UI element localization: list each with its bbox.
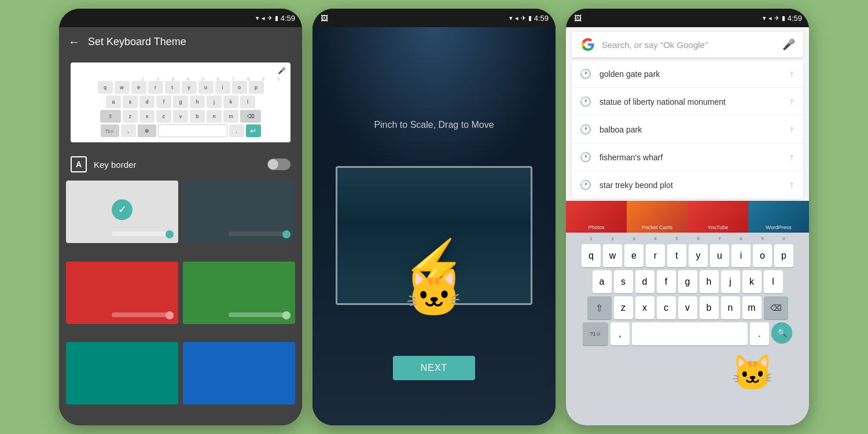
key-k[interactable]: k bbox=[742, 270, 762, 293]
key-h[interactable]: h bbox=[700, 270, 719, 293]
key-x[interactable]: x bbox=[635, 296, 654, 319]
kbd-row-4: ?1☺ , ⊕ . ↵ bbox=[73, 124, 288, 137]
key-d[interactable]: d bbox=[635, 270, 654, 293]
kb-row-2: a s d f g h j k l bbox=[568, 270, 807, 293]
suggestion-text-3: balboa park bbox=[599, 125, 780, 134]
theme-dot-light bbox=[165, 230, 174, 238]
symbols-key[interactable]: ?1☺ bbox=[583, 322, 608, 345]
comma-key[interactable]: , bbox=[610, 322, 630, 345]
theme-card-dark[interactable] bbox=[183, 181, 295, 243]
suggestion-item-3[interactable]: 🕐 balboa park ↗ bbox=[572, 116, 803, 144]
theme-bar-dark bbox=[229, 231, 290, 236]
key-p[interactable]: p bbox=[774, 244, 793, 267]
keyboard-preview: 🎤 1 2 3 4 5 6 7 8 9 0 q w e r bbox=[71, 62, 290, 142]
arrow-icon-3: ↗ bbox=[786, 124, 797, 135]
thumbnails-strip: Photos Pocket Casts YouTube WordPress bbox=[566, 201, 809, 233]
airplane-icon-3: ✈ bbox=[774, 14, 779, 22]
period-key[interactable]: . bbox=[750, 322, 769, 345]
signal-icon-3: ◂ bbox=[768, 14, 772, 22]
key-j[interactable]: j bbox=[721, 270, 740, 293]
pikachu-keyboard-overlay: 🐱 bbox=[731, 352, 774, 393]
key-o[interactable]: o bbox=[753, 244, 772, 267]
suggestion-item-5[interactable]: 🕐 star treky beond plot ↗ bbox=[572, 171, 803, 198]
wifi-icon-3: ▾ bbox=[763, 14, 766, 22]
key-g[interactable]: g bbox=[678, 270, 697, 293]
thumb-pocketcasts[interactable]: Pocket Casts bbox=[627, 201, 687, 233]
key-q[interactable]: q bbox=[582, 244, 601, 267]
phone-2: 🖼 ▾ ◂ ✈ ▮ 4:59 Pinch to Scale, Drag to M… bbox=[312, 9, 556, 425]
key-n[interactable]: n bbox=[721, 296, 740, 319]
search-input[interactable]: Search, or say "Ok Google" bbox=[602, 40, 777, 50]
suggestion-item-2[interactable]: 🕐 statue of liberty national monument ↗ bbox=[572, 88, 803, 116]
clock-icon-2: 🕐 bbox=[580, 96, 591, 107]
theme-card-blue[interactable] bbox=[183, 342, 295, 404]
suggestion-text-2: statue of liberty national monument bbox=[599, 97, 780, 106]
kbd-row-3: ⇧ z x c v b n m ⌫ bbox=[73, 110, 288, 123]
arrow-icon-5: ↗ bbox=[786, 179, 797, 191]
clock-icon-3: 🕐 bbox=[580, 124, 591, 135]
status-time-3: 4:59 bbox=[788, 14, 802, 23]
thumb-label-3: YouTube bbox=[708, 225, 728, 230]
key-c[interactable]: c bbox=[657, 296, 676, 319]
signal-icon-2: ◂ bbox=[515, 14, 518, 22]
key-z[interactable]: z bbox=[614, 296, 633, 319]
airplane-icon-2: ✈ bbox=[521, 14, 526, 22]
battery-icon-3: ▮ bbox=[782, 14, 785, 22]
key-r[interactable]: r bbox=[646, 244, 665, 267]
key-border-label: Key border bbox=[94, 160, 260, 170]
key-s[interactable]: s bbox=[614, 270, 633, 293]
key-w[interactable]: w bbox=[603, 244, 622, 267]
key-a[interactable]: a bbox=[593, 270, 612, 293]
pokemon-frame: ⚡ bbox=[336, 166, 532, 305]
key-i[interactable]: i bbox=[731, 244, 751, 267]
key-t[interactable]: t bbox=[667, 244, 686, 267]
thumb-photos[interactable]: Photos bbox=[566, 201, 627, 233]
clock-icon-1: 🕐 bbox=[580, 68, 591, 79]
key-border-toggle[interactable] bbox=[267, 159, 290, 170]
signal-icon: ◂ bbox=[262, 14, 265, 22]
next-button[interactable]: NEXT bbox=[393, 356, 476, 380]
phone-wrapper: ▾ ◂ ✈ ▮ 4:59 ← Set Keyboard Theme 🎤 1 2 … bbox=[47, 3, 821, 431]
thumb-youtube[interactable]: YouTube bbox=[687, 201, 748, 233]
search-bar[interactable]: Search, or say "Ok Google" 🎤 bbox=[572, 32, 803, 58]
airplane-icon: ✈ bbox=[267, 14, 273, 22]
google-logo-svg bbox=[581, 38, 595, 52]
suggestion-item-4[interactable]: 🕐 fisherman's wharf ↗ bbox=[572, 144, 803, 171]
theme-card-light[interactable]: ✓ bbox=[66, 181, 178, 243]
theme-check-icon: ✓ bbox=[112, 199, 133, 220]
theme-card-teal[interactable] bbox=[66, 342, 178, 404]
theme-card-green[interactable] bbox=[183, 262, 295, 324]
key-e[interactable]: e bbox=[624, 244, 643, 267]
key-border-icon: A bbox=[71, 156, 87, 172]
theme-bar-light bbox=[112, 231, 174, 236]
thumb-label-1: Photos bbox=[588, 225, 604, 230]
backspace-key[interactable]: ⌫ bbox=[764, 296, 788, 319]
status-time-1: 4:59 bbox=[281, 14, 295, 23]
status-time-2: 4:59 bbox=[534, 14, 549, 23]
key-f[interactable]: f bbox=[657, 270, 676, 293]
space-key[interactable] bbox=[632, 322, 748, 345]
toggle-knob bbox=[268, 159, 278, 170]
phone3-content: Search, or say "Ok Google" 🎤 🕐 golden ga… bbox=[566, 27, 809, 425]
kb-row-1: q w e r t y u i o p bbox=[568, 244, 807, 267]
phone3-keyboard: 🐱 1 2 3 4 5 6 7 8 9 0 q w bbox=[566, 233, 809, 425]
key-b[interactable]: b bbox=[700, 296, 719, 319]
theme-card-red[interactable] bbox=[66, 262, 178, 324]
key-u[interactable]: u bbox=[710, 244, 729, 267]
theme-dot-red bbox=[165, 311, 174, 319]
shift-key[interactable]: ⇧ bbox=[587, 296, 612, 319]
thumb-wordpress[interactable]: WordPress bbox=[748, 201, 809, 233]
back-button[interactable]: ← bbox=[68, 35, 80, 49]
theme-bar-red bbox=[112, 312, 174, 317]
search-button-key[interactable]: 🔍 bbox=[771, 322, 792, 343]
kb-row-3: ⇧ z x c v b n m ⌫ bbox=[568, 296, 807, 319]
suggestion-text-4: fisherman's wharf bbox=[599, 153, 780, 162]
key-v[interactable]: v bbox=[678, 296, 697, 319]
thumb-label-4: WordPress bbox=[766, 225, 791, 230]
key-m[interactable]: m bbox=[742, 296, 762, 319]
wifi-icon: ▾ bbox=[256, 14, 259, 22]
suggestion-item-1[interactable]: 🕐 golden gate park ↗ bbox=[572, 60, 803, 88]
key-y[interactable]: y bbox=[689, 244, 708, 267]
mic-icon-search[interactable]: 🎤 bbox=[782, 38, 795, 51]
key-l[interactable]: l bbox=[764, 270, 783, 293]
